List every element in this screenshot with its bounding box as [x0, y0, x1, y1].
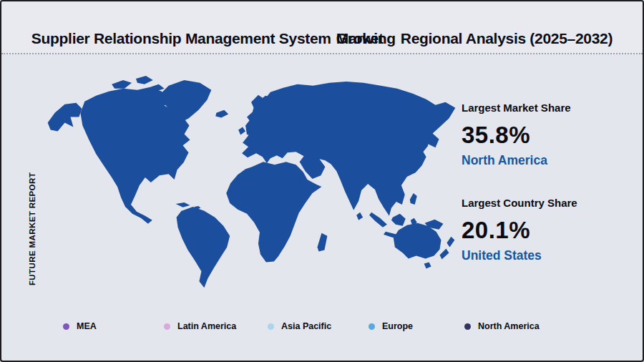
legend-label: North America: [478, 321, 540, 331]
title-prefix: Supplier Relationship Management System: [31, 30, 331, 47]
world-map-container: [42, 67, 464, 316]
legend: MEA Latin America Asia Pacific Europe No…: [1, 319, 643, 335]
legend-item-latin-america: Latin America: [164, 321, 236, 331]
stat-region: North America: [462, 153, 640, 168]
legend-item-mea: MEA: [63, 321, 97, 331]
title-overlap-word-market: Market: [336, 30, 384, 47]
legend-dot-icon: [464, 323, 471, 330]
legend-dot-icon: [268, 323, 274, 330]
legend-item-europe: Europe: [369, 321, 413, 331]
stat-region: United States: [462, 248, 640, 263]
stat-largest-country-share: Largest Country Share 20.1% United State…: [462, 197, 640, 263]
stat-value: 20.1%: [462, 218, 640, 242]
brand-vertical-label: FUTURE MARKET REPORT: [28, 172, 36, 285]
legend-label: Europe: [382, 321, 413, 331]
stat-label: Largest Market Share: [462, 102, 640, 114]
header-band: Supplier Relationship Management System …: [1, 1, 643, 54]
stats-panel: Largest Market Share 35.8% North America…: [462, 102, 640, 292]
title-suffix: Regional Analysis (2025–2032): [401, 30, 613, 47]
legend-item-north-america: North America: [464, 321, 540, 331]
legend-dot-icon: [369, 323, 375, 330]
legend-label: MEA: [77, 321, 97, 331]
stat-label: Largest Country Share: [462, 197, 640, 209]
page-title: Supplier Relationship Management System …: [1, 30, 643, 47]
infographic-page: Supplier Relationship Management System …: [0, 0, 644, 362]
legend-label: Latin America: [177, 321, 236, 331]
stat-value: 35.8%: [462, 123, 640, 147]
world-map-landmasses: [48, 76, 456, 288]
world-map: [42, 67, 464, 316]
legend-dot-icon: [164, 323, 170, 330]
legend-item-asia-pacific: Asia Pacific: [268, 321, 331, 331]
stat-largest-market-share: Largest Market Share 35.8% North America: [462, 102, 640, 168]
legend-label: Asia Pacific: [281, 321, 331, 331]
title-overlap-block: Market Growing: [336, 30, 396, 47]
legend-dot-icon: [63, 323, 69, 330]
